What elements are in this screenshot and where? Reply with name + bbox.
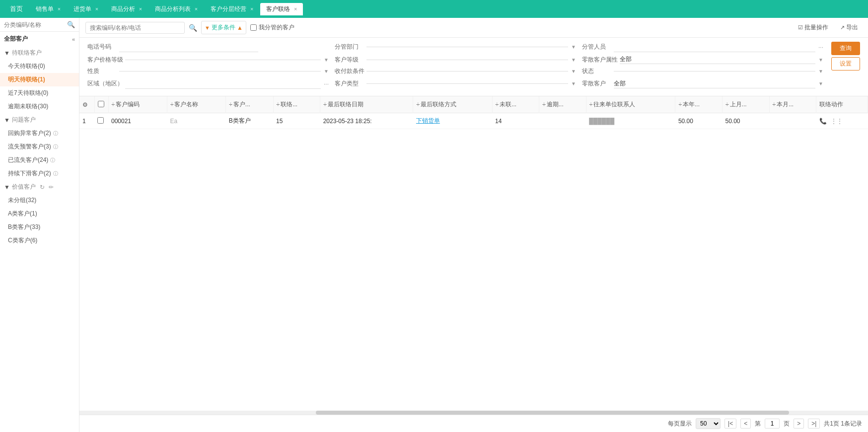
close-icon[interactable]: × <box>58 6 61 12</box>
nav-customer-contact[interactable]: 客户联络 × <box>260 3 303 15</box>
phone-icon[interactable]: 📞 <box>819 118 827 125</box>
sidebar-search-input[interactable] <box>4 21 67 28</box>
table-row: 1 000021 Ea B类客户 15 2023-05-23 18:25: 下销… <box>79 113 868 129</box>
close-icon[interactable]: × <box>95 6 98 12</box>
dots-button[interactable]: ··· <box>818 44 823 51</box>
chevron-down-icon: ▼ <box>818 69 823 74</box>
nav-sales[interactable]: 销售单 × <box>30 3 67 15</box>
filter-bar: 🔍 ▼ 更多条件 ▲ 我分管的客户 ☑ 批量操作 ↗ 导出 <box>79 18 868 38</box>
last-page-button[interactable]: >| <box>808 419 820 429</box>
row-this-month <box>769 113 816 129</box>
horizontal-scrollbar[interactable] <box>79 411 868 415</box>
row-type: B类客户 <box>226 113 273 129</box>
adv-filter-row-4: 区域（地区） ··· 客户类型 ▼ 零散客户 全部 ▼ <box>87 78 823 89</box>
col-settings[interactable]: ⚙ <box>79 96 94 113</box>
status-select[interactable] <box>614 71 815 72</box>
payment-field: 收付款条件 ▼ <box>335 67 576 75</box>
row-uncontacted: 14 <box>492 113 539 129</box>
dots-button[interactable]: ··· <box>324 80 329 87</box>
sidebar-item-churned[interactable]: 已流失客户(24) ⓘ <box>0 153 79 167</box>
retail-attr-field: 零散客户属性 全部 ▼ <box>582 55 823 64</box>
row-year-amount: 50.00 <box>675 113 723 129</box>
nav-customer-layer[interactable]: 客户分层经营 × <box>205 3 259 15</box>
phone-input[interactable] <box>119 42 258 52</box>
info-icon: ⓘ <box>53 170 58 177</box>
all-customers-title[interactable]: 全部客户 « <box>0 32 79 46</box>
dept-field: 分管部门 ▼ <box>335 43 576 51</box>
close-icon[interactable]: × <box>250 6 253 12</box>
row-action-icons: 📞 ⋮⋮ <box>816 113 868 129</box>
nav-purchase[interactable]: 进货单 × <box>68 3 104 15</box>
row-last-contact-date: 2023-05-23 18:25: <box>320 113 413 129</box>
page-size-select[interactable]: 50 100 200 <box>696 418 721 429</box>
adv-filter-row-1: 电话号码 分管部门 ▼ 分管人员 ··· <box>87 42 823 52</box>
sidebar-item-overdue[interactable]: 逾期未联络(30) <box>0 100 79 113</box>
export-button[interactable]: ↗ 导出 <box>836 21 862 34</box>
select-all-checkbox[interactable] <box>98 101 104 107</box>
prev-page-button[interactable]: < <box>740 419 751 429</box>
status-field: 状态 ▼ <box>582 67 823 75</box>
dept-select[interactable] <box>366 47 568 47</box>
col-checkbox[interactable] <box>94 96 108 113</box>
sidebar-item-c-class[interactable]: C类客户(6) <box>0 234 79 247</box>
payment-select[interactable] <box>366 71 568 72</box>
chevron-down-icon: ▼ <box>571 44 576 50</box>
query-button[interactable]: 查询 <box>831 42 860 55</box>
sidebar-item-repurchase-abnormal[interactable]: 回购异常客户(2) ⓘ <box>0 127 79 140</box>
sidebar-item-declining[interactable]: 持续下滑客户(2) ⓘ <box>0 167 79 180</box>
page-num-input[interactable] <box>765 419 780 429</box>
pending-contact-group: ▼ 待联络客户 <box>0 46 79 60</box>
search-button[interactable]: 🔍 <box>189 24 197 32</box>
col-type: ÷ 客户... <box>226 96 273 113</box>
dots-menu-icon[interactable]: ⋮⋮ <box>831 118 843 125</box>
retail-attr-select[interactable]: 全部 <box>620 55 815 64</box>
info-icon: ⓘ <box>53 130 58 137</box>
row-checkbox[interactable] <box>94 113 108 129</box>
nav-product-analysis-list[interactable]: 商品分析列表 × <box>149 3 204 15</box>
close-icon[interactable]: × <box>294 6 297 12</box>
nature-select[interactable] <box>119 71 321 72</box>
search-icon[interactable]: 🔍 <box>67 21 75 28</box>
search-input[interactable] <box>85 22 185 34</box>
sidebar-item-tomorrow[interactable]: 明天待联络(1) <box>0 73 79 86</box>
row-last-contact-method[interactable]: 下销货单 <box>413 113 492 129</box>
sidebar-item-today[interactable]: 今天待联络(0) <box>0 60 79 73</box>
sidebar-item-7days[interactable]: 近7天待联络(0) <box>0 86 79 100</box>
nav-home[interactable]: 首页 <box>4 2 29 15</box>
sidebar-item-a-class[interactable]: A类客户(1) <box>0 207 79 220</box>
next-page-button[interactable]: > <box>794 419 804 429</box>
chevron-down-icon: ▼ <box>571 81 576 86</box>
row-last-month: 50.00 <box>722 113 769 129</box>
col-last-contact-method: ÷ 最后联络方式 <box>413 96 492 113</box>
setup-button[interactable]: 设置 <box>831 57 860 71</box>
first-page-button[interactable]: |< <box>724 419 736 429</box>
value-group-edit[interactable]: ✏ <box>49 184 54 191</box>
my-customers-checkbox[interactable]: 我分管的客户 <box>250 23 294 32</box>
advanced-filter: 电话号码 分管部门 ▼ 分管人员 ··· <box>79 38 868 96</box>
region-input[interactable] <box>125 78 321 89</box>
sidebar-item-b-class[interactable]: B类客户(33) <box>0 220 79 234</box>
customer-level-select[interactable] <box>366 60 568 60</box>
table-wrap: ⚙ ÷ 客户编码 ÷ 客户名称 ÷ 客户... ÷ 联络... ÷ 最后联络日期… <box>79 96 868 411</box>
close-icon[interactable]: × <box>195 6 198 12</box>
batch-op-button[interactable]: ☑ 批量操作 <box>794 21 832 34</box>
sidebar-item-churn-warning[interactable]: 流失预警客户(3) ⓘ <box>0 140 79 153</box>
more-conditions-button[interactable]: ▼ 更多条件 ▲ <box>201 21 246 34</box>
scrollbar-thumb[interactable] <box>316 411 789 415</box>
value-customer-group: ▼ 价值客户 ↻ ✏ <box>0 180 79 194</box>
chevron-down-icon: ▼ <box>571 57 576 63</box>
adv-filter-row-3: 性质 ▼ 收付款条件 ▼ 状态 ▼ <box>87 67 823 75</box>
retail-customer-select[interactable]: 全部 <box>614 79 815 88</box>
sidebar-item-ungrouped[interactable]: 未分组(32) <box>0 194 79 207</box>
col-contact-person: ÷ 往来单位联系人 <box>586 96 675 113</box>
my-customers-check[interactable] <box>250 24 257 31</box>
nav-product-analysis[interactable]: 商品分析 × <box>105 3 148 15</box>
person-field: 分管人员 ··· <box>582 42 823 52</box>
value-group-refresh[interactable]: ↻ <box>40 184 45 191</box>
chevron-down-icon: ▼ <box>571 69 576 74</box>
close-icon[interactable]: × <box>139 6 142 12</box>
price-level-select[interactable] <box>125 60 321 60</box>
top-nav: 首页 销售单 × 进货单 × 商品分析 × 商品分析列表 × 客户分层经营 × … <box>0 0 868 18</box>
customer-type-select[interactable] <box>366 83 568 84</box>
person-input[interactable] <box>614 42 815 52</box>
